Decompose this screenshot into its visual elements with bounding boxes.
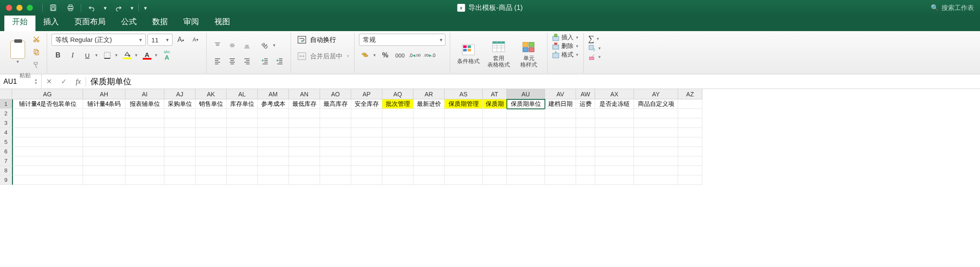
column-header-AQ[interactable]: AQ [382,89,413,99]
cell-AK2[interactable] [195,109,227,118]
cell-AJ4[interactable] [164,128,195,137]
cell-AQ8[interactable] [382,166,413,175]
cell-AM8[interactable] [258,166,289,175]
cell-AG9[interactable] [12,175,83,185]
cell-AX5[interactable] [595,137,634,147]
column-header-AV[interactable]: AV [545,89,576,99]
cell-AX7[interactable] [595,156,634,166]
cell-AT5[interactable] [483,137,507,147]
cell-AG7[interactable] [12,156,83,166]
merge-center-button[interactable]: 合并后居中 ▼ [295,50,350,62]
cell-AJ2[interactable] [164,109,195,118]
cell-AZ6[interactable] [678,147,702,156]
decrease-decimal-button[interactable]: .00▶.0 [423,49,436,61]
copy-button[interactable] [30,47,42,58]
column-header-AW[interactable]: AW [576,89,595,99]
cell-AX6[interactable] [595,147,634,156]
tab-开始[interactable]: 开始 [4,13,35,31]
cell-AV2[interactable] [545,109,576,118]
cell-AS5[interactable] [445,137,483,147]
cell-AU4[interactable] [507,128,545,137]
tab-公式[interactable]: 公式 [113,13,144,31]
cell-AP4[interactable] [351,128,382,137]
cell-AX3[interactable] [595,118,634,128]
cell-AW3[interactable] [576,118,595,128]
cell-AL2[interactable] [227,109,258,118]
align-top-button[interactable] [211,39,224,51]
formula-input[interactable]: 保质期单位 [86,76,980,87]
column-header-AS[interactable]: AS [445,89,483,99]
cell-AS7[interactable] [445,156,483,166]
number-format-combo[interactable]: 常规 ▼ [359,34,445,46]
cell-AU1[interactable]: 保质期单位 [507,99,545,109]
cell-AZ7[interactable] [678,156,702,166]
cell-AZ5[interactable] [678,137,702,147]
cell-AH5[interactable] [83,137,125,147]
cell-AS1[interactable]: 保质期管理 [445,99,483,109]
comma-format-button[interactable]: 000 [394,49,407,61]
cell-AK1[interactable]: 销售单位 [195,99,227,109]
cell-AY1[interactable]: 商品自定义项 [634,99,678,109]
cell-AR4[interactable] [413,128,445,137]
column-header-AO[interactable]: AO [320,89,351,99]
cell-AL6[interactable] [227,147,258,156]
cell-AS6[interactable] [445,147,483,156]
cell-AH7[interactable] [83,156,125,166]
cell-AT3[interactable] [483,118,507,128]
cell-AY7[interactable] [634,156,678,166]
cell-AO1[interactable]: 最高库存 [320,99,351,109]
cell-AX9[interactable] [595,175,634,185]
conditional-format-button[interactable]: 条件格式 [455,41,482,65]
cell-AV5[interactable] [545,137,576,147]
cell-AH3[interactable] [83,118,125,128]
cell-AN5[interactable] [289,137,320,147]
column-header-AT[interactable]: AT [483,89,507,99]
font-size-combo[interactable]: 11 ▼ [147,34,173,46]
cell-AM4[interactable] [258,128,289,137]
cell-AG4[interactable] [12,128,83,137]
cell-AL9[interactable] [227,175,258,185]
row-header-4[interactable]: 4 [0,128,12,137]
cell-AS2[interactable] [445,109,483,118]
cell-AP2[interactable] [351,109,382,118]
decrease-indent-button[interactable] [259,55,272,67]
cell-AI8[interactable] [125,166,164,175]
increase-decimal-button[interactable]: .0◀.00 [408,49,421,61]
cell-AQ3[interactable] [382,118,413,128]
close-window-button[interactable] [6,5,12,11]
phonetic-guide-button[interactable]: abcA [160,49,173,61]
column-header-AG[interactable]: AG [12,89,83,99]
row-header-9[interactable]: 9 [0,175,12,185]
align-right-button[interactable] [240,55,253,67]
cell-AG8[interactable] [12,166,83,175]
cell-AZ2[interactable] [678,109,702,118]
row-header-1[interactable]: 1 [0,99,12,109]
column-header-AN[interactable]: AN [289,89,320,99]
column-header-AP[interactable]: AP [351,89,382,99]
cell-AN3[interactable] [289,118,320,128]
cell-AQ6[interactable] [382,147,413,156]
cell-AG3[interactable] [12,118,83,128]
cell-AG5[interactable] [12,137,83,147]
cell-AK3[interactable] [195,118,227,128]
cell-AS9[interactable] [445,175,483,185]
cell-AO9[interactable] [320,175,351,185]
cell-AL1[interactable]: 库存单位 [227,99,258,109]
select-all-corner[interactable] [0,89,12,99]
align-middle-button[interactable] [226,39,239,51]
cell-AW8[interactable] [576,166,595,175]
cell-AH2[interactable] [83,109,125,118]
row-header-3[interactable]: 3 [0,118,12,128]
wrap-text-button[interactable]: 自动换行 [295,34,350,46]
cell-AI3[interactable] [125,118,164,128]
font-color-button[interactable]: A▼ [141,49,159,61]
cell-AH1[interactable]: 辅计量4条码 [83,99,125,109]
cell-AY6[interactable] [634,147,678,156]
cell-AI9[interactable] [125,175,164,185]
cell-AZ9[interactable] [678,175,702,185]
cell-AO7[interactable] [320,156,351,166]
cell-AW4[interactable] [576,128,595,137]
cell-AW5[interactable] [576,137,595,147]
cell-AM6[interactable] [258,147,289,156]
column-header-AH[interactable]: AH [83,89,125,99]
